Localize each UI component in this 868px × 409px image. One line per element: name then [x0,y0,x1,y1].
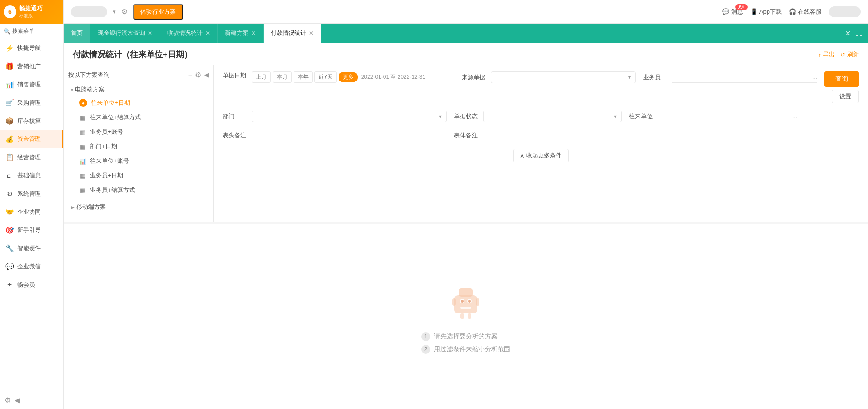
dept-select-arrow: ▾ [439,113,442,120]
date-filter-buttons: 上月 本月 本年 近7天 更多 2022-01-01 至 2022-12-31 [252,71,425,83]
page-header-actions: ↑ 导出 ↺ 刷新 [818,50,859,59]
scheme-mobile-arrow: ▶ [71,205,75,210]
online-service-action[interactable]: 🎧 在线客服 [789,8,822,16]
sidebar-item-system[interactable]: ⚙ 系统管理 [0,185,63,203]
topbar-dropdown-arrow[interactable]: ▾ [113,8,116,15]
sidebar-item-marketing[interactable]: 🎁 营销推广 [0,57,63,76]
dept-filter-select[interactable]: ▾ [252,111,447,122]
tabbar: 首页 现金银行流水查询 ✕ 收款情况统计 ✕ 新建方案 ✕ 付款情况统计 ✕ ✕… [64,24,868,43]
staff-filter-label: 业务员 [643,73,668,81]
collapse-button[interactable]: ∧ 收起更多条件 [513,149,569,162]
tab-receivable[interactable]: 收款情况统计 ✕ [160,24,218,43]
source-select-arrow: ▾ [628,74,631,81]
sidebar-collapse-button[interactable]: ◀ [15,396,20,404]
online-service-label: 在线客服 [798,8,822,16]
staff-filter-input[interactable]: ... [672,71,817,83]
user-avatar-placeholder [71,6,107,17]
scheme-panel-label: 按以下方案查询 [68,71,110,79]
sidebar-item-cooperation[interactable]: 🤝 企业协同 [0,203,63,221]
sidebar-item-hardware[interactable]: 🔧 智能硬件 [0,239,63,258]
tab-payment-stat[interactable]: 付款情况统计 ✕ [264,24,321,43]
svg-rect-1 [459,288,473,297]
collapse-arrow-icon: ∧ [520,152,524,159]
sidebar-item-basic-info[interactable]: 🗂 基础信息 [0,167,63,185]
tab-cash-flow-close[interactable]: ✕ [148,30,152,36]
date-btn-last-month[interactable]: 上月 [252,71,271,83]
purchase-icon: 🛒 [5,99,14,107]
scheme-partner-account-icon: 📊 [79,157,86,165]
svg-rect-8 [476,298,479,306]
tab-home[interactable]: 首页 [64,24,90,43]
search-icon: 🔍 [4,28,10,35]
date-btn-last-7-days[interactable]: 近7天 [314,71,337,83]
date-btn-this-month[interactable]: 本月 [273,71,292,83]
tab-cash-flow-label: 现金银行流水查询 [98,29,145,37]
sidebar-item-operations[interactable]: 📋 经营管理 [0,148,63,167]
sidebar-item-quick-nav[interactable]: ⚡ 快捷导航 [0,39,63,57]
maximize-button[interactable]: ⛶ [855,29,863,37]
scheme-partner-date-label: 往来单位+日期 [91,99,130,107]
date-btn-more[interactable]: 更多 [339,72,358,82]
tip-2-num: 2 [421,345,430,354]
body-note-input[interactable] [483,130,622,141]
scheme-collapse-button[interactable]: ◀ [204,71,209,78]
sidebar-item-sales[interactable]: 📊 销售管理 [0,76,63,94]
scheme-desktop-group-header[interactable]: ▾ 电脑端方案 [68,84,209,96]
status-filter-select[interactable]: ▾ [483,111,622,122]
scheme-item-partner-settle[interactable]: ▦ 往来单位+结算方式 [68,110,209,125]
tab-receivable-close[interactable]: ✕ [205,30,210,36]
finance-icon: 💰 [5,135,14,143]
page-content: 付款情况统计（往来单位+日期） ↑ 导出 ↺ 刷新 [64,43,868,409]
scheme-item-staff-account[interactable]: ▦ 业务员+账号 [68,125,209,139]
sidebar-settings-button[interactable]: ⚙ [5,396,11,404]
scheme-item-dept-date[interactable]: ▦ 部门+日期 [68,139,209,154]
sidebar-item-member[interactable]: ✦ 畅会员 [0,276,63,294]
filter-settings-button[interactable]: 设置 [832,90,859,103]
scheme-item-partner-date[interactable]: ● 往来单位+日期 [68,96,209,110]
tab-new-scheme[interactable]: 新建方案 ✕ [218,24,264,43]
filter-actions: 查询 设置 [824,71,859,103]
topbar-gear-icon[interactable]: ⚙ [121,7,128,16]
refresh-icon: ↺ [840,51,845,58]
source-filter-select[interactable]: ▾ [491,71,636,83]
sidebar-item-guide[interactable]: 🎯 新手引导 [0,221,63,239]
sidebar-item-wechat[interactable]: 💬 企业微信 [0,258,63,276]
status-select-arrow: ▾ [614,113,617,120]
close-all-tabs-button[interactable]: ✕ [845,29,851,38]
partner-filter-input[interactable]: ... [658,111,797,122]
sidebar-item-purchase[interactable]: 🛒 采购管理 [0,94,63,112]
sidebar-item-inventory[interactable]: 📦 库存核算 [0,112,63,130]
tip-1-num: 1 [421,332,430,341]
refresh-button[interactable]: ↺ 刷新 [840,50,859,59]
page: 付款情况统计（往来单位+日期） ↑ 导出 ↺ 刷新 [64,43,868,409]
header-note-input[interactable] [252,130,447,141]
operations-icon: 📋 [5,153,14,162]
app-download-action[interactable]: 📱 App下载 [750,8,782,16]
sidebar-item-finance[interactable]: 💰 资金管理 [0,130,63,148]
trial-button[interactable]: 体验行业方案 [133,4,183,20]
tab-new-scheme-close[interactable]: ✕ [251,30,256,36]
scheme-staff-settle-icon: ▦ [79,187,86,194]
date-filter-label: 单据日期 [223,71,248,80]
scheme-item-staff-date[interactable]: ▦ 业务员+日期 [68,168,209,183]
scheme-item-staff-settle[interactable]: ▦ 业务员+结算方式 [68,183,209,197]
query-button[interactable]: 查询 [824,71,859,87]
scheme-staff-date-label: 业务员+日期 [90,172,123,180]
empty-tip-2: 2 用过滤条件来缩小分析范围 [421,345,510,354]
scheme-item-partner-account[interactable]: 📊 往来单位+账号 [68,154,209,168]
tab-cash-flow[interactable]: 现金银行流水查询 ✕ [90,24,160,43]
user-avatar-right[interactable] [829,6,861,17]
tab-payment-stat-close[interactable]: ✕ [309,30,314,36]
body-note-label: 表体备注 [454,131,479,140]
dept-filter-label: 部门 [223,112,248,121]
app-download-icon: 📱 [750,8,758,15]
scheme-settings-icon[interactable]: ⚙ [195,71,201,79]
scheme-mobile-group-header[interactable]: ▶ 移动端方案 [68,201,209,213]
date-btn-this-year[interactable]: 本年 [294,71,313,83]
hardware-icon: 🔧 [5,244,14,252]
export-button[interactable]: ↑ 导出 [818,50,835,59]
message-action[interactable]: 💬 消息 99+ [722,8,743,16]
scheme-add-icon[interactable]: + [188,71,192,79]
tabbar-spacer [321,24,839,43]
search-menu[interactable]: 🔍 搜索菜单 [0,24,63,39]
